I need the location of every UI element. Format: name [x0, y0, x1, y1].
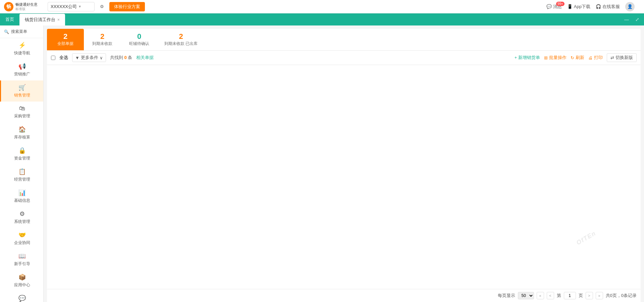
page-of-label: 页 — [579, 293, 583, 299]
house-icon: 🏠 — [18, 126, 26, 133]
prev-page-button[interactable]: < — [547, 292, 554, 299]
gear-icon: ⚙ — [100, 4, 104, 9]
batch-operation-button[interactable]: ⊞ 批量操作 — [544, 55, 567, 61]
select-all-checkbox[interactable] — [51, 56, 55, 60]
chat-icon: 💬 — [18, 295, 26, 302]
tab-maximize-button[interactable]: ⤢ — [633, 15, 641, 23]
search-icon: 🔍 — [4, 29, 9, 34]
headset-icon: 🎧 — [596, 4, 601, 9]
stat-tab-all[interactable]: 2 全部单据 — [47, 29, 84, 50]
logo-area: 畅 畅捷通好生意 标准版 — [4, 2, 48, 11]
lightning-icon: ⚡ — [18, 42, 26, 49]
tab-home[interactable]: 首页 — [0, 13, 19, 25]
user-icon: 👤 — [627, 4, 633, 9]
top-right-area: 💬 消息 99+ 📱 App下载 🎧 在线客服 👤 — [546, 2, 640, 11]
stat-count-shipped: 2 — [164, 32, 198, 41]
pagination: 每页显示 50 « < 第 页 > » 共0页，0条记录 — [47, 289, 641, 302]
clipboard-icon: 📋 — [18, 168, 26, 175]
sidebar-item-beginner[interactable]: 📖 新手引导 — [0, 249, 43, 270]
message-button[interactable]: 💬 消息 99+ — [546, 4, 562, 10]
filter-arrow-icon: ∨ — [100, 55, 103, 60]
sidebar-item-finance[interactable]: 🔒 资金管理 — [0, 143, 43, 165]
avatar[interactable]: 👤 — [625, 2, 635, 11]
online-service-button[interactable]: 🎧 在线客服 — [596, 4, 620, 10]
toolbar: 全选 ▼ 更多条件 ∨ 共找到 0 条 相关单据 + 新增销货单 ⊞ 批量操作 — [47, 51, 641, 65]
main-layout: 🔍 搜索菜单 ⚡ 快捷导航 📢 营销推广 🛒 销售管理 🛍 采购管理 🏠 库存核… — [0, 25, 644, 302]
stat-count-all: 2 — [54, 32, 77, 41]
stat-count-overdue: 2 — [91, 32, 114, 41]
print-button[interactable]: 🖨 打印 — [588, 55, 603, 61]
sidebar-item-inventory[interactable]: 🏠 库存核算 — [0, 122, 43, 143]
stats-tabs: 2 全部单据 2 到期未收款 0 旺辅待确认 2 到期未收款 已出库 — [47, 29, 641, 51]
book-icon: 📖 — [18, 252, 26, 260]
next-page-button[interactable]: > — [586, 292, 593, 299]
sidebar-item-sales[interactable]: 🛒 销售管理 — [0, 80, 43, 102]
toolbar-right: + 新增销货单 ⊞ 批量操作 ↻ 刷新 🖨 打印 ⇄ 切换新版 — [515, 53, 637, 62]
logo-text: 畅捷通好生意 标准版 — [15, 2, 38, 11]
stat-tab-pending[interactable]: 0 旺辅待确认 — [121, 29, 158, 50]
refresh-button[interactable]: ↻ 刷新 — [571, 55, 584, 61]
stat-count-pending: 0 — [127, 32, 151, 41]
first-page-button[interactable]: « — [537, 292, 544, 299]
page-label: 第 — [557, 293, 561, 299]
stat-label-pending: 旺辅待确认 — [129, 41, 149, 46]
app-download-button[interactable]: 📱 App下载 — [567, 4, 590, 10]
refresh-icon: ↻ — [571, 55, 574, 60]
cart-icon: 🛒 — [18, 84, 26, 91]
tab-minimize-button[interactable]: — — [623, 15, 631, 23]
result-count: 共找到 0 条 — [110, 55, 132, 61]
switch-version-button[interactable]: ⇄ 切换新版 — [607, 53, 637, 62]
sidebar-item-purchase[interactable]: 🛍 采购管理 — [0, 102, 43, 122]
settings-icon: ⚙ — [19, 210, 25, 218]
sidebar: 🔍 搜索菜单 ⚡ 快捷导航 📢 营销推广 🛒 销售管理 🛍 采购管理 🏠 库存核… — [0, 25, 44, 302]
related-link[interactable]: 相关单据 — [136, 55, 154, 61]
content-area: 2 全部单据 2 到期未收款 0 旺辅待确认 2 到期未收款 已出库 全选 ▼ … — [44, 25, 644, 302]
sidebar-item-basic-info[interactable]: 📊 基础信息 — [0, 186, 43, 207]
company-selector[interactable]: XXXXXX公司 ▼ — [48, 2, 95, 11]
sidebar-item-system[interactable]: ⚙ 系统管理 — [0, 207, 43, 228]
print-icon: 🖨 — [588, 55, 593, 60]
chart-icon: 📊 — [18, 189, 26, 196]
shopping-icon: 🛍 — [19, 105, 25, 112]
add-sales-button[interactable]: + 新增销货单 — [515, 55, 540, 61]
phone-icon: 📱 — [567, 4, 573, 9]
sidebar-item-operations[interactable]: 📋 经营管理 — [0, 165, 43, 186]
message-badge: 99+ — [556, 2, 565, 6]
page-size-label: 每页显示 — [498, 293, 515, 299]
tab-actions: — ⤢ — [623, 15, 644, 23]
sidebar-item-wechat[interactable]: 💬 企业微信 — [0, 291, 43, 302]
logo-icon: 畅 — [4, 2, 13, 11]
handshake-icon: 🤝 — [18, 231, 26, 239]
top-bar: 畅 畅捷通好生意 标准版 XXXXXX公司 ▼ ⚙ 体验行业方案 💬 消息 99… — [0, 0, 644, 13]
switch-icon: ⇄ — [610, 55, 614, 60]
sidebar-item-marketing[interactable]: 📢 营销推广 — [0, 59, 43, 80]
filter-button[interactable]: ▼ 更多条件 ∨ — [72, 53, 106, 62]
filter-icon: ▼ — [75, 55, 79, 60]
total-info: 共0页，0条记录 — [606, 293, 637, 299]
sidebar-item-enterprise[interactable]: 🤝 企业协同 — [0, 228, 43, 249]
page-size-select[interactable]: 50 — [518, 292, 534, 299]
last-page-button[interactable]: » — [596, 292, 603, 299]
sidebar-item-quick-nav[interactable]: ⚡ 快捷导航 — [0, 38, 43, 59]
lock-icon: 🔒 — [18, 147, 26, 154]
tab-qhrc[interactable]: 钱货日清工作台 × — [19, 14, 65, 26]
box-icon: 📦 — [18, 274, 26, 281]
stat-label-shipped: 到期未收款 已出库 — [164, 41, 198, 46]
page-number-input[interactable] — [564, 292, 576, 299]
trial-button[interactable]: 体验行业方案 — [109, 2, 145, 11]
stat-label-all: 全部单据 — [57, 41, 73, 46]
stat-label-overdue: 到期未收款 — [92, 41, 112, 46]
sidebar-item-app-center[interactable]: 📦 应用中心 — [0, 270, 43, 291]
stat-tab-shipped[interactable]: 2 到期未收款 已出库 — [158, 29, 204, 50]
message-icon: 💬 — [546, 4, 552, 9]
tab-bar: 首页 钱货日清工作台 × — ⤢ — [0, 13, 644, 25]
sidebar-search[interactable]: 🔍 搜索菜单 — [0, 25, 43, 38]
company-dropdown-arrow: ▼ — [78, 5, 82, 8]
select-all-label: 全选 — [59, 55, 68, 61]
stat-tab-overdue[interactable]: 2 到期未收款 — [84, 29, 121, 50]
table-area — [47, 65, 641, 289]
settings-button[interactable]: ⚙ — [97, 2, 107, 11]
megaphone-icon: 📢 — [18, 63, 26, 70]
batch-icon: ⊞ — [544, 55, 548, 60]
tab-close-icon[interactable]: × — [57, 17, 60, 22]
